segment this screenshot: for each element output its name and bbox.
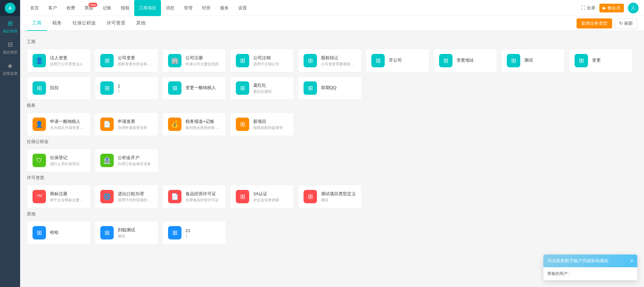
tab-biz[interactable]: 工商 — [27, 16, 47, 31]
card-company-reg[interactable]: 🏢 公司注册 申请公司注册全流程 — [162, 49, 226, 72]
sidebar-item-project-type[interactable]: ⊟ 项目类型 — [0, 37, 20, 58]
sidebar-item-project-mgmt[interactable]: ⊞ 项目管理 — [0, 16, 20, 37]
tab-tax[interactable]: 税务 — [47, 16, 67, 31]
progress-icon: ◈ — [6, 62, 14, 70]
sidebar: A ⊞ 项目管理 ⊟ 项目类型 ◈ 进度监测 — [0, 0, 20, 287]
card-lala[interactable]: ⊞ 拉拉 — [27, 76, 91, 100]
change1-icon: ⊞ — [575, 54, 588, 67]
card-import-export[interactable]: 🌐 进出口权办理 适用于对外贸易经营者 — [95, 185, 158, 208]
card-liu-test-title: 刘聪测试 — [118, 227, 153, 233]
card-change-address-title: 变更地址 — [457, 57, 491, 63]
nav-service[interactable]: 服务 — [215, 0, 233, 16]
sub-tabs: 工商 税务 社保公积金 许可资质 其他 新增业务类型 ↻ 刷新 — [20, 16, 644, 31]
card-apply-invoice[interactable]: 📄 申请发票 办理申请发票业务 — [95, 113, 158, 136]
card-3a-cert-title: 3A认证 — [253, 191, 288, 197]
refresh-icon: ↻ — [619, 21, 623, 26]
card-change-taxpayer[interactable]: ⊞ 变更一般纳税人 — [162, 76, 226, 100]
card-open-company[interactable]: ⊞ 开公司 — [366, 49, 429, 72]
card-fund-open-title: 公积金开户 — [118, 155, 153, 161]
card-change-taxpayer-title: 变更一般纳税人 — [185, 85, 220, 91]
play-icon: ▶ — [603, 5, 606, 10]
type-icon: ⊟ — [6, 41, 14, 49]
test-project-type-icon: ⊞ — [304, 190, 317, 203]
card-new-project[interactable]: ⊞ 新项目 报税加税控盘保管 — [230, 113, 294, 136]
num1-icon: ⊞ — [100, 81, 114, 95]
notification-title: 河北税务数字账户升级影响通知 — [547, 258, 608, 264]
card-front-qq[interactable]: ⊞ 前期QQ — [298, 76, 362, 100]
card-company-change[interactable]: ⊞ 公司变更 股权变更外的业务变更 — [95, 49, 158, 72]
card-food-license[interactable]: 📄 食品经营许可证 办理食品经营许可证 — [162, 185, 226, 208]
card-change1-title: 变更 — [592, 57, 627, 63]
nav-tax[interactable]: 报税 — [116, 0, 134, 16]
apply-taxpayer-icon: 👤 — [33, 118, 46, 131]
card-equity-transfer-title: 股权转让 — [321, 55, 356, 61]
tab-license[interactable]: 许可资质 — [101, 16, 131, 31]
card-ge-honghong[interactable]: ⊞ 葛红红 葛红红测试 — [230, 76, 294, 100]
sidebar-item-progress[interactable]: ◈ 进度监测 — [0, 58, 20, 79]
company-reg-icon: 🏢 — [168, 54, 181, 67]
nav-settings[interactable]: 设置 — [233, 0, 252, 16]
add-type-button[interactable]: 新增业务类型 — [577, 18, 612, 28]
card-apply-taxpayer[interactable]: 👤 申请一般纳税人 当月或次月成变更完成 — [27, 113, 91, 136]
tab-other[interactable]: 其他 — [131, 16, 151, 31]
card-num21-desc: 1 — [185, 234, 220, 238]
refresh-button[interactable]: ↻ 刷新 — [615, 18, 637, 29]
cards-license: ™ 商标注册 用于企业商标注册服务 🌐 进出口权办理 适用于对外贸易经营者 📄 … — [27, 185, 637, 208]
card-ge-honghong-desc: 葛红红测试 — [253, 89, 288, 94]
card-social-reg-desc: 进行人员社保登记 — [50, 161, 85, 166]
card-legal-change[interactable]: 👤 法人变更 适用于公司变更法人 — [27, 49, 91, 72]
card-company-cancel[interactable]: ⊞ 公司注销 适用于注销公司 — [230, 49, 294, 72]
card-change1[interactable]: ⊞ 变更 — [569, 49, 633, 72]
nav-billing[interactable]: 收费 — [62, 0, 80, 16]
card-import-export-desc: 适用于对外贸易经营者 — [118, 198, 153, 203]
section-biz-title: 工商 — [27, 39, 637, 45]
fullscreen-btn[interactable]: ⛶ 全屏 — [581, 5, 595, 11]
card-tax-report-title: 税务报道+记账 — [185, 119, 220, 125]
member-btn[interactable]: ▶ 畅会员 — [599, 4, 624, 12]
card-fund-open[interactable]: 🏦 公积金开户 办理公积金相关业务 — [95, 149, 158, 172]
nav-accounting[interactable]: 记账 — [98, 0, 116, 16]
apply-invoice-icon: 📄 — [100, 118, 114, 131]
card-test-project-type[interactable]: ⊞ 测试项目类型定义 测试 — [298, 185, 362, 208]
avatar[interactable]: 人 — [628, 3, 639, 13]
card-num1[interactable]: ⊞ 1 1 — [95, 76, 158, 100]
card-3a-cert-desc: 对企业信誉评级 — [253, 198, 288, 203]
card-apply-invoice-title: 申请发票 — [118, 119, 153, 125]
top-nav-right: ⛶ 全屏 ▶ 畅会员 人 — [581, 3, 639, 13]
trademark-icon: ™ — [33, 190, 46, 203]
card-haha[interactable]: ⊞ 哈哈 — [27, 221, 91, 244]
card-num1-title: 1 — [118, 83, 153, 88]
top-nav: 首页 客户 收费 票据 new 记账 报税 工商项目 消息 管理 经营 服务 设… — [20, 0, 644, 16]
tab-social[interactable]: 社保公积金 — [67, 16, 101, 31]
equity-transfer-icon: ⊞ — [304, 54, 317, 67]
card-apply-taxpayer-title: 申请一般纳税人 — [50, 119, 85, 125]
test1-icon: ⊞ — [507, 54, 520, 67]
card-equity-transfer[interactable]: ⊞ 股权转让 公司变更需要股权转让 — [298, 49, 362, 72]
nav-ticket[interactable]: 票据 new — [80, 0, 98, 16]
card-social-reg[interactable]: 🛡 社保登记 进行人员社保登记 — [27, 149, 91, 172]
nav-home[interactable]: 首页 — [25, 0, 44, 16]
card-change-address[interactable]: ⊞ 变更地址 — [433, 49, 497, 72]
card-trademark-desc: 用于企业商标注册服务 — [50, 198, 85, 203]
card-3a-cert[interactable]: ⊞ 3A认证 对企业信誉评级 — [230, 185, 294, 208]
nav-client[interactable]: 客户 — [44, 0, 62, 16]
nav-bizproject[interactable]: 工商项目 — [134, 0, 161, 16]
notification-close-button[interactable]: × — [630, 258, 633, 264]
new-badge: new — [89, 3, 97, 7]
card-tax-report[interactable]: 💰 税务报道+记账 拿到营业执照的新公司 — [162, 113, 226, 136]
card-trademark[interactable]: ™ 商标注册 用于企业商标注册服务 — [27, 185, 91, 208]
nav-message[interactable]: 消息 — [161, 0, 179, 16]
cards-social: 🛡 社保登记 进行人员社保登记 🏦 公积金开户 办理公积金相关业务 — [27, 149, 637, 172]
nav-operation[interactable]: 经营 — [197, 0, 215, 16]
card-ge-honghong-title: 葛红红 — [253, 82, 288, 88]
company-cancel-icon: ⊞ — [236, 54, 249, 67]
card-haha-title: 哈哈 — [50, 229, 85, 235]
change-taxpayer-icon: ⊞ — [168, 81, 181, 95]
card-liu-test[interactable]: ⊞ 刘聪测试 测试 — [95, 221, 158, 244]
company-change-icon: ⊞ — [100, 54, 114, 67]
card-import-export-title: 进出口权办理 — [118, 191, 153, 197]
card-num21[interactable]: ⊞ 21 1 — [162, 221, 226, 244]
nav-manage[interactable]: 管理 — [179, 0, 197, 16]
card-new-project-desc: 报税加税控盘保管 — [253, 125, 288, 130]
card-test1[interactable]: ⊞ 测试 — [501, 49, 565, 72]
